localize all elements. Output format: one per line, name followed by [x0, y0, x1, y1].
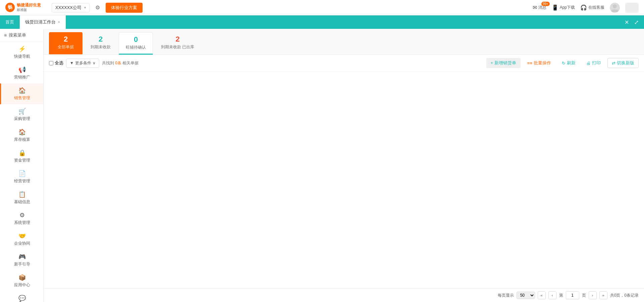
sidebar-item-operation[interactable]: 📄 经营管理: [0, 167, 43, 187]
print-label: 打印: [592, 60, 601, 66]
logo-area: 畅 畅捷通好生意 标准版: [5, 3, 49, 12]
select-all-input[interactable]: [49, 61, 53, 65]
chevron-down-icon: ▾: [84, 6, 86, 9]
sidebar-item-label: 应用中心: [14, 282, 30, 288]
online-service-label: 在线客服: [588, 5, 604, 10]
stat-tab-overdue[interactable]: 2 到期未收款: [84, 32, 117, 54]
logo-title: 畅捷通好生意: [17, 3, 41, 7]
service-icon: 🎧: [580, 4, 587, 11]
sidebar-item-inventory[interactable]: 🏠 库存核算: [0, 125, 43, 146]
select-all-label: 全选: [55, 60, 63, 66]
stat-label-wangwang: 旺辅待确认: [126, 45, 146, 50]
toolbar-right: + 新增销货单 ≡≡ 批量操作 ↻ 刷新 🖨 打印 ⇄ 切换新版: [486, 58, 639, 68]
batch-label: 批量操作: [534, 60, 551, 66]
tab-home-label: 首页: [5, 19, 14, 25]
pagination-bar: 每页显示 20 50 100 « ‹ 第 页 › » 共0页，0条记录: [44, 288, 644, 302]
tab-close-icon[interactable]: ×: [58, 20, 60, 24]
search-icon: ≡: [4, 33, 7, 38]
stat-number-overdue: 2: [99, 35, 103, 44]
batch-icon: ≡≡: [527, 61, 532, 66]
stat-number-unshipped: 2: [176, 35, 180, 44]
stat-number-wangwang: 0: [134, 35, 138, 44]
wechat-icon: 💬: [18, 295, 26, 302]
app-download-action[interactable]: 📱 App下载: [552, 4, 575, 11]
top-header: 畅 畅捷通好生意 标准版 XXXXXX公司 ▾ ⚙ 体验行业方案 ✉ 消息 99…: [0, 0, 644, 15]
select-all-checkbox[interactable]: 全选: [49, 60, 63, 66]
refresh-button[interactable]: ↻ 刷新: [558, 58, 580, 68]
logo-sub: 标准版: [17, 8, 41, 12]
sidebar-item-finance[interactable]: 🔒 资金管理: [0, 146, 43, 167]
sidebar-item-label: 采购管理: [14, 116, 30, 122]
found-text: 共找到 0条 相关单据: [102, 60, 139, 66]
page-size-select[interactable]: 20 50 100: [517, 292, 535, 299]
sidebar-item-label: 基础信息: [14, 199, 30, 205]
print-button[interactable]: 🖨 打印: [582, 58, 605, 68]
avatar[interactable]: [610, 3, 620, 13]
stat-tab-all[interactable]: 2 全部单据: [49, 32, 83, 54]
operation-icon: 📄: [18, 170, 26, 177]
found-prefix: 共找到: [102, 61, 114, 65]
online-service-action[interactable]: 🎧 在线客服: [580, 4, 604, 11]
table-area: [44, 72, 644, 288]
sidebar-item-sales[interactable]: 🏠 销售管理: [0, 83, 43, 104]
page-number-input[interactable]: [566, 291, 579, 299]
sidebar-item-system[interactable]: ⚙ 系统管理: [0, 208, 43, 229]
company-name: XXXXXX公司: [55, 5, 82, 11]
experience-button[interactable]: 体验行业方案: [106, 3, 143, 13]
user-name-area[interactable]: [625, 3, 639, 13]
tab-close-all-button[interactable]: ✕: [623, 18, 630, 27]
filter-button[interactable]: ▼ 更多条件 ∨: [66, 59, 99, 68]
page-label-end: 页: [582, 293, 586, 298]
per-page-label: 每页显示: [498, 293, 514, 298]
tab-bar-actions: ✕ ⤢: [623, 18, 644, 27]
company-selector[interactable]: XXXXXX公司 ▾: [52, 3, 90, 12]
settings-button[interactable]: ⚙: [92, 2, 103, 13]
sidebar-item-label: 营销推广: [14, 74, 30, 80]
new-order-button[interactable]: + 新增销货单: [486, 58, 521, 68]
found-suffix: 相关单据: [122, 61, 139, 65]
guide-icon: 🎮: [18, 253, 26, 260]
message-action[interactable]: ✉ 消息 99+: [533, 4, 546, 11]
sidebar-item-quick-nav[interactable]: ⚡ 快捷导航: [0, 42, 43, 63]
sidebar-item-wechat[interactable]: 💬 企业微信: [0, 291, 43, 302]
header-right: ✉ 消息 99+ 📱 App下载 🎧 在线客服: [533, 3, 639, 13]
page-label: 第: [559, 293, 563, 298]
print-icon: 🖨: [586, 61, 591, 66]
finance-icon: 🔒: [18, 149, 26, 157]
stat-label-all: 全部单据: [58, 44, 74, 50]
sidebar-item-label: 企业协同: [14, 241, 30, 246]
search-menu-item[interactable]: ≡ 搜索菜单: [0, 29, 43, 42]
sidebar-item-label: 经营管理: [14, 178, 30, 184]
sidebar-item-guide[interactable]: 🎮 新手引导: [0, 250, 43, 270]
sidebar-item-basic[interactable]: 📋 基础信息: [0, 187, 43, 208]
main-layout: ≡ 搜索菜单 ⚡ 快捷导航 📢 营销推广 🏠 销售管理 🛒 采购管理 🏠 库存核…: [0, 29, 644, 302]
stat-label-overdue: 到期未收款: [91, 44, 111, 50]
batch-button[interactable]: ≡≡ 批量操作: [523, 58, 555, 68]
tab-home[interactable]: 首页: [0, 15, 20, 29]
sidebar-item-app-center[interactable]: 📦 应用中心: [0, 270, 43, 291]
tab-maximize-button[interactable]: ⤢: [633, 18, 640, 27]
app-download-label: App下载: [560, 5, 575, 10]
filter-label: 更多条件: [75, 60, 91, 66]
search-menu-label: 搜索菜单: [9, 32, 26, 38]
switch-version-button[interactable]: ⇄ 切换新版: [607, 58, 639, 68]
sidebar-item-enterprise[interactable]: 🤝 企业协同: [0, 229, 43, 250]
system-icon: ⚙: [19, 212, 25, 219]
toolbar-left: 全选 ▼ 更多条件 ∨ 共找到 0条 相关单据: [49, 59, 484, 68]
filter-icon: ▼: [70, 61, 74, 65]
first-page-button[interactable]: «: [538, 291, 546, 299]
sidebar: ≡ 搜索菜单 ⚡ 快捷导航 📢 营销推广 🏠 销售管理 🛒 采购管理 🏠 库存核…: [0, 29, 44, 302]
last-page-button[interactable]: »: [599, 291, 607, 299]
stat-tab-unshipped[interactable]: 2 到期未收款 已出库: [154, 32, 201, 54]
prev-page-button[interactable]: ‹: [548, 291, 556, 299]
tab-work[interactable]: 钱货日清工作台 ×: [20, 15, 66, 29]
switch-icon: ⇄: [612, 61, 615, 66]
refresh-label: 刷新: [567, 60, 576, 66]
sidebar-item-label: 资金管理: [14, 158, 30, 163]
sidebar-item-label: 快捷导航: [14, 54, 30, 59]
message-badge: 99+: [541, 2, 550, 6]
stat-tab-wangwang[interactable]: 0 旺辅待确认: [119, 32, 153, 55]
next-page-button[interactable]: ›: [589, 291, 597, 299]
sidebar-item-purchase[interactable]: 🛒 采购管理: [0, 104, 43, 125]
sidebar-item-marketing[interactable]: 📢 营销推广: [0, 63, 43, 83]
